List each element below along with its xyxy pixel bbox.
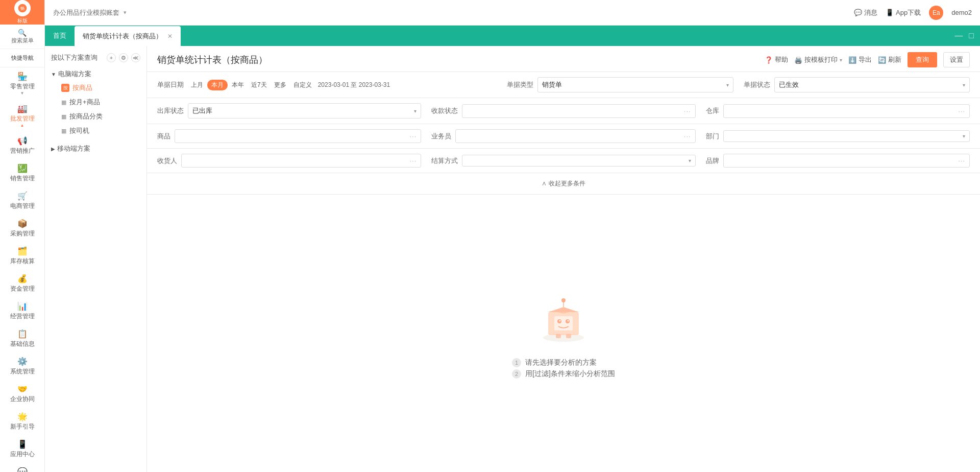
sidebar-item-basic[interactable]: 📋 基础信息 (0, 325, 44, 352)
sidebar-item-operations-label: 经营管理 (10, 312, 35, 321)
breadcrumb-dropdown[interactable]: ▾ (124, 9, 127, 16)
brand-select[interactable]: ··· (723, 154, 970, 168)
stock-status-select[interactable]: 已出库 ▾ (188, 103, 421, 119)
scheme-item-by-category[interactable]: ▦ 按商品分类 (49, 109, 146, 124)
doc-type-label: 单据类型 (507, 80, 537, 89)
sidebar-item-appcenter[interactable]: 📱 应用中心 (0, 435, 44, 463)
user-avatar[interactable]: Ea (929, 6, 943, 20)
sidebar-item-marketing[interactable]: 📢 营销推广 (0, 132, 44, 159)
sidebar-item-retail[interactable]: 🏪 零售管理 ▼ (0, 67, 44, 100)
guide-icon: 🌟 (17, 412, 28, 421)
wholesale-icon: 🏭 (17, 104, 28, 113)
sidebar-item-guide[interactable]: 🌟 新手引导 (0, 408, 44, 435)
tab-home[interactable]: 首页 (45, 26, 75, 46)
date-tab-last-month[interactable]: 上月 (188, 80, 206, 90)
sidebar-item-wechat[interactable]: 💬 企业微信 (0, 463, 44, 472)
payment-status-select[interactable]: ··· (462, 104, 695, 118)
product-select[interactable]: ··· (175, 129, 421, 143)
tab-close-button[interactable]: ✕ (167, 33, 173, 40)
tab-minimize-button[interactable]: — (952, 29, 965, 42)
scheme-section-mobile: ▶ 移动端方案 (45, 140, 146, 157)
scheme-section-pc-header[interactable]: ▼ 电脑端方案 (45, 67, 146, 81)
app-download-label: App下载 (896, 8, 921, 17)
warehouse-dots: ··· (958, 107, 965, 115)
settlement-group: 结算方式 ▾ (431, 154, 695, 168)
dept-caret: ▾ (963, 133, 965, 139)
appcenter-icon: 📱 (17, 439, 28, 449)
doc-type-value: 销货单 (542, 80, 562, 89)
collapse-button[interactable]: ∧ 收起更多条件 (535, 177, 591, 190)
date-label: 单据日期 (157, 80, 188, 89)
staff-select[interactable]: ··· (455, 129, 695, 143)
sidebar-search[interactable]: 🔍 搜索菜单 (0, 25, 44, 49)
tab-bar: 首页 销货单统计计表（按商品） ✕ — □ (45, 26, 980, 46)
date-tab-this-year[interactable]: 本年 (229, 80, 247, 90)
settings-button[interactable]: 设置 (943, 52, 970, 67)
app-logo[interactable]: 畅 标版 (0, 0, 44, 25)
quick-nav-label: 快捷导航 (0, 51, 44, 65)
dept-select[interactable]: ▾ (723, 130, 970, 142)
print-button[interactable]: 🖨️ 按模板打印 ▾ (794, 55, 842, 64)
scheme-section-mobile-header[interactable]: ▶ 移动端方案 (45, 142, 146, 155)
scheme-item-by-product[interactable]: 按 按商品 (49, 81, 146, 95)
main-content: 销货单统计计表（按商品） ❓ 帮助 🖨️ 按模板打印 ▾ ⬇️ 导出 (147, 46, 980, 472)
date-range-display: 2023-03-01 至 2023-03-31 (318, 81, 390, 89)
scheme-add-button[interactable]: + (107, 53, 116, 62)
doc-type-select[interactable]: 销货单 ▾ (537, 77, 733, 92)
filter-row-1: 单据日期 上月 本月 本年 近7天 更多 自定义 2023-03-01 至 20… (147, 72, 980, 98)
empty-state: 1 请先选择要分析的方案 2 用[过滤]条件来缩小分析范围 (147, 195, 980, 472)
message-button[interactable]: 💬 消息 (854, 8, 877, 17)
sidebar-item-inventory[interactable]: 🗂️ 库存核算 (0, 242, 44, 270)
scheme-item-by-scanner[interactable]: ▦ 按司机 (49, 124, 146, 138)
home-tab-label: 首页 (53, 31, 66, 40)
avatar-initials: Ea (933, 9, 940, 16)
marketing-icon: 📢 (17, 136, 28, 146)
query-button[interactable]: 查询 (908, 52, 937, 67)
sidebar-item-purchase[interactable]: 📦 采购管理 (0, 215, 44, 242)
brand-group: 品牌 ··· (706, 154, 970, 168)
dept-group: 部门 ▾ (706, 129, 970, 143)
sidebar-item-ecommerce[interactable]: 🛒 电商管理 (0, 187, 44, 215)
sidebar-item-system[interactable]: ⚙️ 系统管理 (0, 352, 44, 380)
sidebar-item-retail-label: 零售管理 (10, 82, 35, 91)
date-filter-group: 单据日期 上月 本月 本年 近7天 更多 自定义 2023-03-01 至 20… (157, 80, 497, 90)
sidebar-item-finance[interactable]: 💰 资金管理 (0, 270, 44, 297)
sidebar-item-wholesale[interactable]: 🏭 批发管理 ▲ (0, 100, 44, 132)
hint-num-2: 2 (512, 369, 521, 379)
tab-sales-stat[interactable]: 销货单统计计表（按商品） ✕ (75, 26, 181, 46)
settings-label: 设置 (950, 55, 963, 64)
doc-status-select[interactable]: 已生效 ▾ (774, 77, 970, 92)
scheme-panel: 按以下方案查询 + ⚙ ≪ ▼ 电脑端方案 按 按商品 ▦ 按月+ (45, 46, 147, 472)
scheme-settings-button[interactable]: ⚙ (119, 53, 128, 62)
doc-type-caret: ▾ (726, 82, 729, 88)
recipient-label: 收货人 (157, 156, 181, 166)
sidebar-item-sales[interactable]: 💹 销售管理 (0, 159, 44, 187)
help-label: 帮助 (775, 55, 788, 64)
stock-status-group: 出库状态 已出库 ▾ (157, 103, 421, 119)
hint-num-1: 1 (512, 358, 521, 367)
by-month-label: 按月+商品 (69, 98, 100, 107)
app-download-button[interactable]: 📱 App下载 (886, 8, 921, 17)
mobile-section-arrow: ▶ (51, 146, 55, 152)
date-tab-more[interactable]: 更多 (271, 80, 289, 90)
sidebar-item-cooperation[interactable]: 🤝 企业协同 (0, 380, 44, 408)
filter-row-2: 出库状态 已出库 ▾ 收款状态 ··· 仓库 (147, 98, 980, 124)
scheme-item-by-month-product[interactable]: ▦ 按月+商品 (49, 95, 146, 109)
settlement-select[interactable]: ▾ (462, 155, 695, 167)
date-tab-this-month[interactable]: 本月 (207, 80, 228, 90)
sidebar-item-operations[interactable]: 📊 经营管理 (0, 297, 44, 325)
help-button[interactable]: ❓ 帮助 (765, 55, 788, 64)
refresh-button[interactable]: 🔄 刷新 (878, 55, 901, 64)
sidebar-item-marketing-label: 营销推广 (10, 147, 35, 155)
by-month-icon: ▦ (61, 99, 66, 106)
recipient-select[interactable]: ··· (181, 154, 421, 168)
scheme-collapse-button[interactable]: ≪ (131, 53, 140, 62)
stock-caret: ▾ (414, 108, 416, 114)
warehouse-select[interactable]: ··· (723, 104, 970, 118)
date-tab-custom[interactable]: 自定义 (290, 80, 315, 90)
stock-status-label: 出库状态 (157, 106, 188, 115)
date-tab-7days[interactable]: 近7天 (248, 80, 270, 90)
tab-maximize-button[interactable]: □ (967, 29, 976, 42)
quick-nav[interactable]: 快捷导航 (0, 49, 44, 67)
export-button[interactable]: ⬇️ 导出 (848, 55, 872, 64)
